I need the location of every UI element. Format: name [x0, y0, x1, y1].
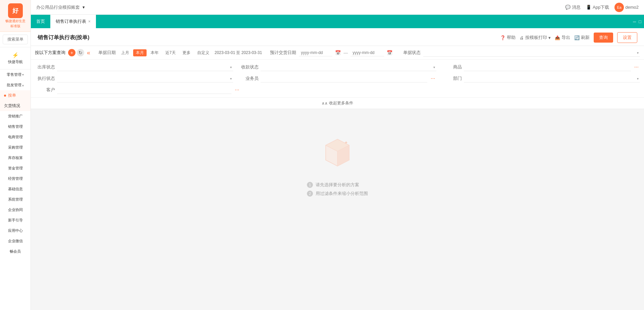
marketing-label: 营销推广: [8, 114, 23, 119]
settings-button[interactable]: 设置: [617, 32, 637, 43]
collapse-label: 收起更多条件: [329, 100, 353, 106]
filter-row-2: 执行状态 ▾ 业务员 ··· 部门: [35, 74, 640, 83]
sidebar-item-corp-collab[interactable]: 企业协同: [0, 205, 31, 215]
window-maximize-icon[interactable]: □: [639, 19, 641, 24]
goods-group: 商品 ···: [442, 63, 640, 71]
sidebar-item-finance[interactable]: 资金管理: [0, 163, 31, 173]
sidebar-item-sales[interactable]: 销售管理: [0, 121, 31, 132]
delivery-status-group: 出库状态 ▾: [35, 63, 233, 71]
goods-dots-button[interactable]: ···: [633, 64, 640, 70]
filter-add-buttons: + ↻ «: [68, 49, 90, 56]
sidebar-item-wechat[interactable]: 企业微信: [0, 236, 31, 246]
customer-input[interactable]: [57, 86, 231, 94]
receipt-status-wrap: ▾: [261, 63, 437, 71]
date-tab-this-month[interactable]: 本月: [133, 49, 147, 56]
user-profile-button[interactable]: Ea demo2: [614, 3, 639, 12]
date-tab-last-month[interactable]: 上月: [118, 49, 132, 56]
date-tab-more[interactable]: 更多: [180, 49, 193, 56]
sidebar-item-quick-nav[interactable]: ⚡ 快捷导航: [0, 49, 31, 67]
delivery-status-select[interactable]: [57, 63, 233, 71]
date-tab-custom[interactable]: 自定义: [195, 49, 212, 56]
finance-label: 资金管理: [8, 166, 23, 171]
doc-status-select[interactable]: [423, 49, 640, 57]
collapse-up-icon: ∧∧: [322, 101, 328, 106]
help-icon: ❓: [500, 35, 505, 40]
tab-close-icon[interactable]: ×: [88, 19, 91, 24]
date-tab-this-year[interactable]: 本年: [148, 49, 161, 56]
collapse-more-button[interactable]: ∧∧ 收起更多条件: [322, 100, 353, 106]
date-icon-end[interactable]: 📅: [387, 50, 392, 55]
date-tab-7days[interactable]: 近7天: [163, 49, 178, 56]
sidebar-item-member[interactable]: 畅会员: [0, 246, 31, 257]
print-arrow-icon: ▾: [548, 35, 551, 40]
logo-icon: 好: [8, 3, 23, 18]
date-separator: —: [343, 50, 348, 55]
print-button[interactable]: 🖨 按模板打印 ▾: [520, 35, 551, 41]
purchase-label: 采购管理: [8, 145, 23, 150]
sidebar-item-basicinfo[interactable]: 基础信息: [0, 184, 31, 194]
query-button[interactable]: 查询: [594, 33, 613, 43]
sidebar-item-purchase[interactable]: 采购管理: [0, 142, 31, 153]
doc-status-group: 单据状态 ▾: [400, 49, 640, 57]
doc-status-select-wrap: ▾: [423, 49, 640, 57]
expected-date-label: 预计交货日期: [270, 50, 296, 56]
sidebar-item-ecommerce[interactable]: 电商管理: [0, 132, 31, 142]
tab-home[interactable]: 首页: [31, 15, 50, 28]
user-name-label: demo2: [625, 5, 639, 10]
sidebar-item-marketing[interactable]: 营销推广: [0, 111, 31, 121]
message-button[interactable]: 💬 消息: [565, 4, 581, 10]
help-label: 帮助: [507, 35, 516, 41]
sidebar-item-wholesale[interactable]: 批发管理 ▴: [0, 80, 31, 90]
sidebar-submenu-item-按单[interactable]: 按单: [0, 90, 31, 101]
sidebar-item-retail[interactable]: 零售管理 ▾: [0, 69, 31, 80]
print-label: 按模板打印: [525, 35, 547, 41]
date-icon-start[interactable]: 📅: [335, 50, 341, 55]
search-menu-button[interactable]: 搜索菜单: [3, 35, 28, 44]
sidebar-item-inventory[interactable]: 库存核算: [0, 153, 31, 163]
filter-add-button[interactable]: +: [68, 49, 75, 56]
refresh-button[interactable]: 🔄 刷新: [574, 35, 590, 41]
refresh-label: 刷新: [581, 35, 590, 41]
receipt-status-label: 收款状态: [238, 64, 259, 70]
submenu-item2-label: 欠货情况: [4, 103, 20, 109]
date-range-text: 2023-03-01 至 2023-03-31: [215, 50, 262, 56]
sidebar-item-newbie[interactable]: 新手引导: [0, 215, 31, 225]
date-filter-label: 单据日期: [96, 50, 116, 56]
filter-section-label: 按以下方案查询: [35, 50, 65, 56]
exec-status-select[interactable]: [57, 74, 233, 83]
filter-refresh-button[interactable]: ↻: [77, 49, 84, 56]
breadcrumb-dropdown[interactable]: ▾: [83, 5, 85, 10]
customer-dots-button[interactable]: ···: [233, 87, 240, 93]
dept-group: 部门 ▾: [442, 74, 640, 83]
export-label: 导出: [561, 35, 570, 41]
hint-num-2: 2: [307, 191, 313, 197]
app-download-label: App下载: [593, 4, 609, 10]
sidebar-item-operations[interactable]: 经营管理: [0, 173, 31, 184]
basicinfo-label: 基础信息: [8, 187, 23, 192]
tab-active[interactable]: 销售订单执行表 ×: [50, 15, 96, 28]
window-minimize-icon[interactable]: ─: [633, 19, 636, 24]
top-header: 办公用品行业模拟账套 ▾ 💬 消息 📱 App下载 Ea demo2: [31, 0, 644, 15]
help-button[interactable]: ❓ 帮助: [500, 35, 516, 41]
user-avatar: Ea: [614, 3, 624, 12]
receipt-status-select[interactable]: [261, 63, 437, 71]
expected-date-start-input[interactable]: [299, 49, 332, 56]
quick-nav-section: ⚡ 快捷导航: [0, 47, 31, 69]
goods-input[interactable]: [464, 63, 631, 71]
appcenter-label: 应用中心: [8, 228, 23, 233]
expected-date-end-input[interactable]: [351, 49, 384, 56]
avatar-text: Ea: [617, 5, 622, 9]
filter-row-3: 客户 ···: [35, 86, 640, 94]
app-download-button[interactable]: 📱 App下载: [586, 4, 609, 10]
logo-text: 畅捷通好生意: [5, 19, 25, 23]
wholesale-submenu: 按单 欠货情况: [0, 90, 31, 111]
sidebar-item-system[interactable]: 系统管理: [0, 194, 31, 205]
filter-collapse-button[interactable]: «: [87, 49, 90, 56]
salesperson-input[interactable]: [261, 74, 427, 83]
sidebar-item-appcenter[interactable]: 应用中心: [0, 225, 31, 236]
export-button[interactable]: 📤 导出: [555, 35, 570, 41]
salesperson-dots-button[interactable]: ···: [429, 75, 436, 82]
dept-select[interactable]: [464, 74, 640, 83]
empty-box-svg: ✦: [321, 136, 354, 169]
sidebar-submenu-item-欠货[interactable]: 欠货情况: [0, 101, 31, 111]
